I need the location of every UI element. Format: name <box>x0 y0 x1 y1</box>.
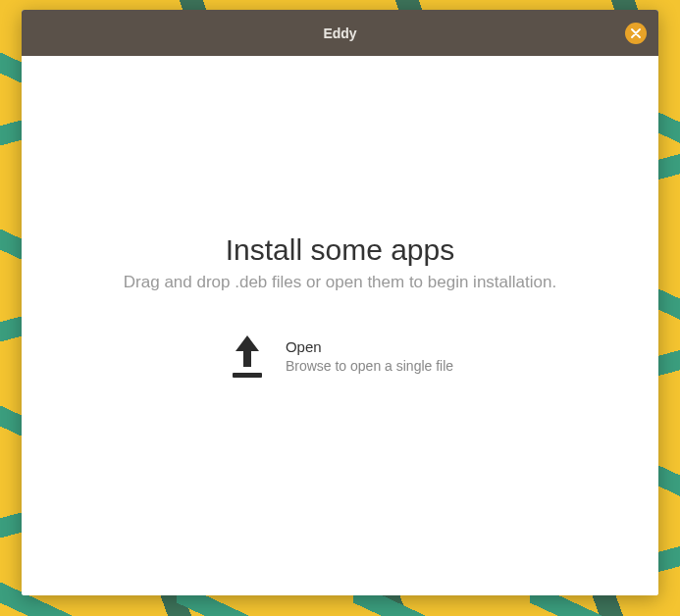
window-title: Eddy <box>323 26 356 41</box>
heading: Install some apps <box>226 233 454 267</box>
close-button[interactable] <box>625 23 647 44</box>
open-text: Open Browse to open a single file <box>286 337 453 375</box>
subheading: Drag and drop .deb files or open them to… <box>124 273 556 292</box>
close-icon <box>631 28 641 38</box>
svg-rect-0 <box>233 373 262 378</box>
titlebar[interactable]: Eddy <box>22 10 658 56</box>
open-subtitle: Browse to open a single file <box>286 357 453 375</box>
upload-icon <box>227 334 268 379</box>
app-window: Eddy Install some apps Drag and drop .de… <box>22 10 658 595</box>
open-button[interactable]: Open Browse to open a single file <box>227 334 453 379</box>
open-label: Open <box>286 337 453 357</box>
main-content[interactable]: Install some apps Drag and drop .deb fil… <box>22 56 658 595</box>
